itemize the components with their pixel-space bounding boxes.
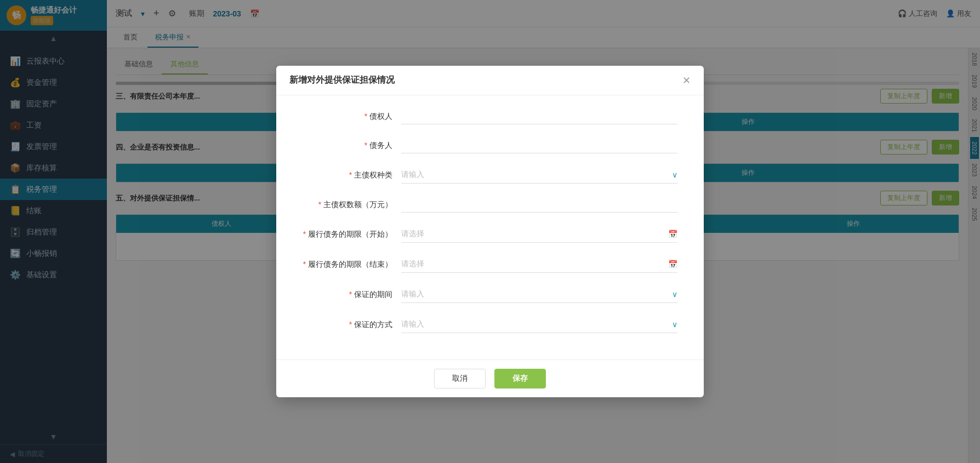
form-label-period-start: * 履行债务的期限（开始）: [303, 230, 401, 239]
guarantee-period-arrow-icon: ∨: [672, 290, 677, 299]
form-row-guarantee-period: * 保证的期间 请输入 ∨: [303, 286, 677, 303]
form-row-period-start: * 履行债务的期限（开始） 请选择 📅: [303, 226, 677, 243]
guarantee-method-placeholder: 请输入: [401, 319, 424, 329]
form-row-creditor: * 债权人: [303, 108, 677, 124]
form-row-debt-type: * 主债权种类 请输入 ∨: [303, 167, 677, 184]
debt-type-placeholder: 请输入: [401, 170, 424, 180]
period-end-picker[interactable]: 请选择 📅: [401, 256, 677, 273]
form-label-debt-type: * 主债权种类: [303, 170, 401, 180]
modal-header: 新增对外提供保证担保情况 ✕: [276, 66, 704, 95]
form-row-debtor: * 债务人: [303, 138, 677, 153]
debtor-input[interactable]: [401, 138, 677, 153]
form-label-debt-amount: * 主债权数额（万元）: [303, 200, 401, 210]
form-field-debtor: [401, 138, 677, 153]
guarantee-method-select[interactable]: 请输入 ∨: [401, 316, 677, 333]
form-field-period-end: 请选择 📅: [401, 256, 677, 273]
form-row-guarantee-method: * 保证的方式 请输入 ∨: [303, 316, 677, 333]
form-field-creditor: [401, 108, 677, 124]
period-start-placeholder: 请选择: [401, 229, 424, 239]
save-button[interactable]: 保存: [494, 369, 546, 388]
form-label-creditor: * 债权人: [303, 112, 401, 122]
form-row-period-end: * 履行债务的期限（结束） 请选择 📅: [303, 256, 677, 273]
form-label-period-end: * 履行债务的期限（结束）: [303, 260, 401, 270]
form-label-debtor: * 债务人: [303, 141, 401, 151]
modal-guarantee: 新增对外提供保证担保情况 ✕ * 债权人 * 债务人: [276, 66, 704, 397]
modal-footer: 取消 保存: [276, 359, 704, 397]
modal-body: * 债权人 * 债务人 *: [276, 95, 704, 359]
debt-type-select[interactable]: 请输入 ∨: [401, 167, 677, 184]
form-field-debt-amount: [401, 197, 677, 213]
period-end-placeholder: 请选择: [401, 259, 424, 269]
guarantee-method-arrow-icon: ∨: [672, 320, 677, 329]
form-field-guarantee-period: 请输入 ∨: [401, 286, 677, 303]
period-start-picker[interactable]: 请选择 📅: [401, 226, 677, 243]
guarantee-period-placeholder: 请输入: [401, 289, 424, 299]
modal-close-button[interactable]: ✕: [682, 76, 691, 85]
form-field-debt-type: 请输入 ∨: [401, 167, 677, 184]
form-label-guarantee-period: * 保证的期间: [303, 290, 401, 300]
modal-overlay: 新增对外提供保证担保情况 ✕ * 债权人 * 债务人: [0, 0, 980, 463]
form-row-debt-amount: * 主债权数额（万元）: [303, 197, 677, 213]
form-field-guarantee-method: 请输入 ∨: [401, 316, 677, 333]
form-field-period-start: 请选择 📅: [401, 226, 677, 243]
modal-title: 新增对外提供保证担保情况: [289, 75, 395, 86]
creditor-input[interactable]: [401, 108, 677, 124]
debt-type-arrow-icon: ∨: [672, 170, 677, 179]
debt-amount-input[interactable]: [401, 197, 677, 213]
period-end-calendar-icon: 📅: [668, 260, 677, 268]
form-label-guarantee-method: * 保证的方式: [303, 320, 401, 330]
guarantee-period-select[interactable]: 请输入 ∨: [401, 286, 677, 303]
cancel-button[interactable]: 取消: [434, 369, 486, 388]
period-start-calendar-icon: 📅: [668, 230, 677, 238]
